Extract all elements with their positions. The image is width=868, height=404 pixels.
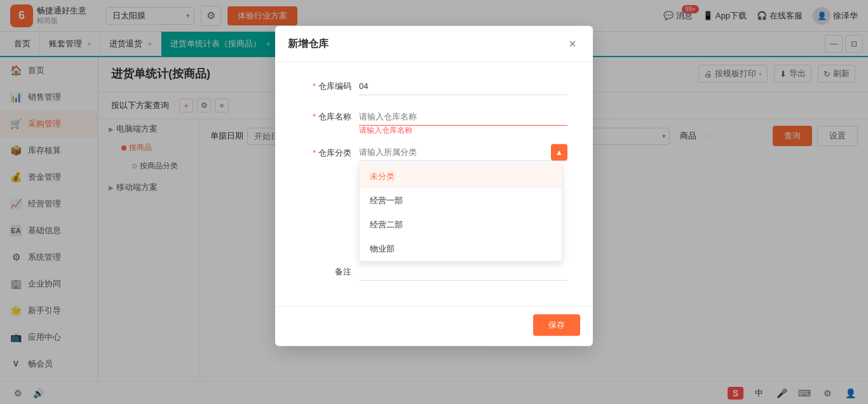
form-row-notes: 备注	[301, 263, 567, 281]
code-label: *仓库编码	[301, 81, 351, 92]
code-required-star: *	[313, 81, 316, 91]
modal-footer: 保存	[275, 306, 593, 346]
category-label: *仓库分类	[301, 144, 351, 159]
form-row-name: *仓库名称 请输入仓库名称	[301, 108, 567, 126]
modal-header: 新增仓库 ×	[275, 26, 593, 62]
modal-close-button[interactable]: ×	[565, 36, 580, 51]
dropdown-item-2[interactable]: 经营二部	[360, 213, 562, 237]
category-select-wrap: ▲ 未分类 经营一部 经营二部 物业部	[359, 144, 567, 161]
name-required-star: *	[313, 112, 316, 121]
form-row-code: *仓库编码	[301, 77, 567, 95]
notes-input[interactable]	[359, 263, 567, 281]
name-error-msg: 请输入仓库名称	[359, 125, 412, 136]
name-label: *仓库名称	[301, 111, 351, 123]
name-input[interactable]	[359, 108, 567, 126]
category-input[interactable]	[359, 144, 567, 161]
cat-required-star: *	[313, 148, 316, 158]
save-button[interactable]: 保存	[533, 314, 580, 336]
new-warehouse-modal: 新增仓库 × *仓库编码 *仓库名称 请输入仓库名称 *仓库分类 ▲	[275, 26, 593, 346]
notes-label: 备注	[301, 266, 351, 278]
dropdown-item-1[interactable]: 经营一部	[360, 189, 562, 213]
code-input[interactable]	[359, 77, 567, 95]
category-arrow-icon[interactable]: ▲	[551, 144, 567, 161]
modal-title: 新增仓库	[288, 37, 329, 50]
category-dropdown: 未分类 经营一部 经营二部 物业部	[359, 164, 562, 262]
dropdown-item-3[interactable]: 物业部	[360, 237, 562, 261]
dropdown-item-0[interactable]: 未分类	[360, 165, 562, 189]
form-row-category: *仓库分类 ▲ 未分类 经营一部 经营二部 物业部	[301, 144, 567, 161]
modal-body: *仓库编码 *仓库名称 请输入仓库名称 *仓库分类 ▲ 未分类 经营一	[275, 62, 593, 306]
